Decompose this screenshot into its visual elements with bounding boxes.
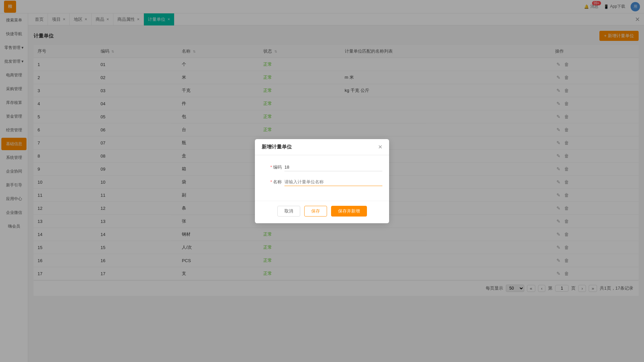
save-button[interactable]: 保存 bbox=[304, 206, 327, 217]
code-required-mark: * bbox=[270, 165, 272, 170]
code-form-row: *编码 bbox=[262, 163, 382, 171]
name-label: *名称 bbox=[262, 179, 282, 185]
code-input[interactable] bbox=[284, 163, 382, 171]
add-unit-modal: 新增计量单位 ✕ *编码 *名称 取消 保存 保存并新增 bbox=[255, 139, 389, 223]
modal-footer: 取消 保存 保存并新增 bbox=[255, 201, 389, 223]
modal-overlay: 新增计量单位 ✕ *编码 *名称 取消 保存 保存并新增 bbox=[0, 0, 644, 362]
name-form-row: *名称 bbox=[262, 178, 382, 186]
modal-close-button[interactable]: ✕ bbox=[378, 144, 382, 150]
cancel-button[interactable]: 取消 bbox=[277, 206, 300, 217]
name-input[interactable] bbox=[284, 178, 382, 186]
save-and-new-button[interactable]: 保存并新增 bbox=[331, 206, 367, 217]
modal-header: 新增计量单位 ✕ bbox=[255, 139, 389, 155]
code-label: *编码 bbox=[262, 164, 282, 170]
name-required-mark: * bbox=[270, 179, 272, 184]
modal-body: *编码 *名称 bbox=[255, 155, 389, 201]
modal-title: 新增计量单位 bbox=[262, 144, 292, 150]
